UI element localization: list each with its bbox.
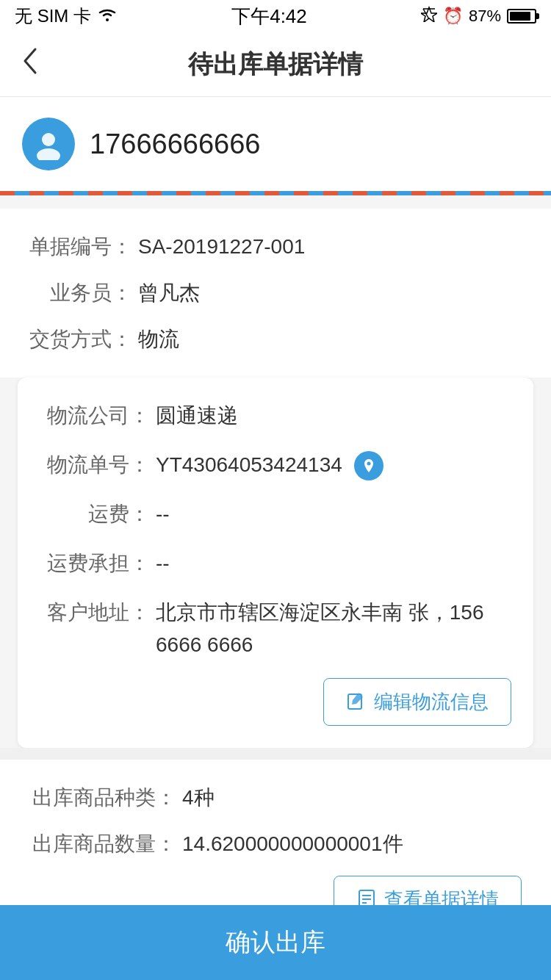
order-number-value: SA-20191227-001 xyxy=(138,231,522,264)
goods-quantity-value: 14.620000000000001件 xyxy=(182,828,522,861)
goods-quantity-label: 出库商品数量： xyxy=(29,828,176,861)
freight-bearer-label: 运费承担： xyxy=(40,547,150,580)
customer-header: 17666666666 xyxy=(0,97,551,191)
battery-percent: 87% xyxy=(469,7,501,26)
delivery-row: 交货方式： 物流 xyxy=(29,323,522,356)
goods-types-value: 4种 xyxy=(182,782,522,815)
logistics-company-label: 物流公司： xyxy=(40,400,150,433)
freight-value: -- xyxy=(156,498,511,531)
status-right: ⏰ 87% xyxy=(421,6,536,26)
delivery-label: 交货方式： xyxy=(29,323,132,356)
tracking-location-icon[interactable] xyxy=(354,451,383,480)
separator xyxy=(0,748,551,760)
carrier-label: 无 SIM 卡 xyxy=(15,4,91,28)
logistics-tracking-row: 物流单号： YT43064053424134 xyxy=(40,449,511,482)
goods-quantity-row: 出库商品数量： 14.620000000000001件 xyxy=(29,828,522,861)
avatar xyxy=(22,118,75,170)
address-row: 客户地址： 北京市市辖区海淀区永丰南 张，156 6666 6666 xyxy=(40,597,511,663)
logistics-tracking-label: 物流单号： xyxy=(40,449,150,482)
edit-icon xyxy=(346,692,367,713)
edit-logistics-button[interactable]: 编辑物流信息 xyxy=(323,678,511,726)
freight-row: 运费： -- xyxy=(40,498,511,531)
address-value: 北京市市辖区海淀区永丰南 张，156 6666 6666 xyxy=(156,597,511,663)
dashed-divider xyxy=(0,191,551,195)
svg-point-3 xyxy=(367,461,370,465)
order-number-label: 单据编号： xyxy=(29,231,132,264)
order-info-section: 单据编号： SA-20191227-001 业务员： 曾凡杰 交货方式： 物流 xyxy=(0,209,551,378)
logistics-company-row: 物流公司： 圆通速递 xyxy=(40,400,511,433)
logistics-tracking-value: YT43064053424134 xyxy=(156,449,511,482)
back-button[interactable] xyxy=(21,46,38,82)
status-left: 无 SIM 卡 xyxy=(15,4,118,28)
svg-point-2 xyxy=(37,148,60,160)
time-label: 下午4:42 xyxy=(231,4,307,29)
status-bar: 无 SIM 卡 下午4:42 ⏰ 87% xyxy=(0,0,551,32)
goods-types-label: 出库商品种类： xyxy=(29,782,176,815)
freight-label: 运费： xyxy=(40,498,150,531)
alarm-icon: ⏰ xyxy=(443,7,463,26)
salesman-value: 曾凡杰 xyxy=(138,277,522,310)
salesman-label: 业务员： xyxy=(29,277,132,310)
confirm-button[interactable]: 确认出库 xyxy=(226,926,325,959)
salesman-row: 业务员： 曾凡杰 xyxy=(29,277,522,310)
logistics-company-value: 圆通速递 xyxy=(156,400,511,433)
wifi-icon xyxy=(97,6,118,26)
order-number-row: 单据编号： SA-20191227-001 xyxy=(29,231,522,264)
page-title: 待出库单据详情 xyxy=(188,48,363,82)
address-label: 客户地址： xyxy=(40,597,150,630)
svg-point-0 xyxy=(106,18,109,21)
goods-types-row: 出库商品种类： 4种 xyxy=(29,782,522,815)
nav-bar: 待出库单据详情 xyxy=(0,32,551,97)
freight-bearer-row: 运费承担： -- xyxy=(40,547,511,580)
svg-point-1 xyxy=(42,133,55,146)
customer-phone: 17666666666 xyxy=(90,129,260,160)
battery-icon xyxy=(507,9,536,24)
delivery-value: 物流 xyxy=(138,323,522,356)
location-icon xyxy=(421,6,437,26)
confirm-btn-wrapper: 确认出库 xyxy=(0,905,551,980)
freight-bearer-value: -- xyxy=(156,547,511,580)
